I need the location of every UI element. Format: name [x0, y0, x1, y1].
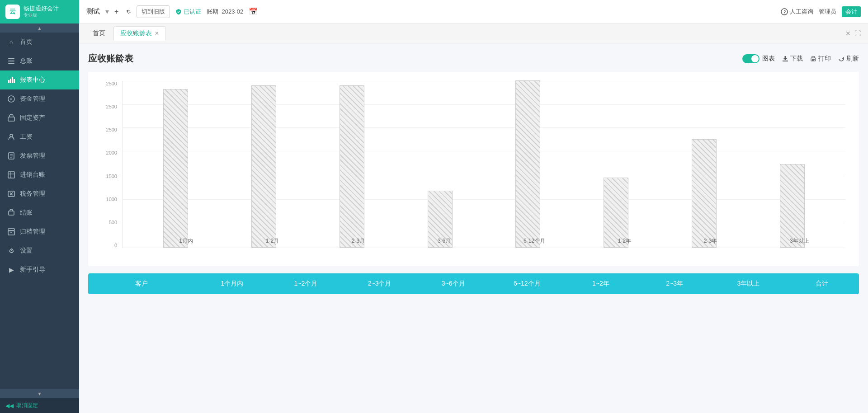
th-total: 合计	[785, 273, 859, 294]
capital-icon: ¥	[7, 95, 15, 103]
logo-text: 畅捷通好会计 专业版	[24, 5, 59, 19]
sidebar-item-label: 首页	[20, 38, 33, 46]
svg-rect-3	[8, 80, 9, 83]
period-label: 账期 2023-02	[207, 8, 243, 16]
tab-home-label: 首页	[93, 29, 105, 38]
sidebar-item-invoice[interactable]: 发票管理	[0, 146, 79, 165]
y-label-2500-2: 2500	[106, 104, 117, 109]
unpin-icon: ◀◀	[5, 403, 14, 409]
unpin-button[interactable]: ◀◀ 取消固定	[0, 398, 79, 413]
tax-icon	[7, 190, 15, 198]
tab-aging[interactable]: 应收账龄表 ✕	[113, 26, 166, 41]
logo-name: 畅捷通好会计	[24, 5, 59, 13]
svg-point-26	[784, 14, 784, 14]
sidebar-item-fixed[interactable]: 固定资产	[0, 108, 79, 127]
print-button[interactable]: 打印	[810, 55, 831, 63]
report-header: 应收账龄表 图表 下载 打印 刷新	[88, 52, 859, 65]
add-workspace-button[interactable]: +	[114, 8, 118, 16]
th-3year-plus: 3年以上	[712, 273, 785, 294]
topbar-right: 人工咨询 管理员 会计	[781, 6, 861, 17]
sidebar-item-label: 新手引导	[20, 266, 45, 274]
bar-group-2	[251, 85, 276, 248]
tab-close-window-icon[interactable]: ✕	[845, 30, 851, 37]
print-label: 打印	[818, 55, 831, 63]
y-label-2500-3: 2500	[106, 127, 117, 132]
sidebar-scroll-up[interactable]: ▲	[0, 23, 79, 33]
th-6-12month: 6~12个月	[490, 273, 564, 294]
y-label-2000: 2000	[106, 150, 117, 155]
sidebar-item-settings[interactable]: ⚙ 设置	[0, 241, 79, 260]
cert-status: 已认证	[175, 8, 201, 16]
svg-rect-2	[8, 63, 14, 64]
cert-label: 已认证	[184, 8, 201, 16]
workspace-chevron[interactable]: ▾	[105, 7, 109, 16]
bar-group-7	[692, 139, 717, 248]
sidebar-item-trade[interactable]: 进销台账	[0, 165, 79, 184]
sidebar-item-capital[interactable]: ¥ 资金管理	[0, 89, 79, 108]
svg-text:¥: ¥	[9, 97, 13, 102]
x-label-5: 6-12个月	[524, 237, 545, 245]
trade-icon	[7, 171, 15, 179]
th-customer: 客户	[88, 273, 195, 294]
report-actions: 图表 下载 打印 刷新	[742, 54, 859, 63]
svg-rect-9	[8, 117, 14, 121]
th-2-3month: 2~3个月	[343, 273, 416, 294]
switch-old-version-button[interactable]: 切到旧版	[137, 5, 170, 18]
sidebar-item-ledger[interactable]: 总账	[0, 52, 79, 70]
sidebar-scroll-down[interactable]: ▼	[0, 389, 79, 398]
sidebar-item-guide[interactable]: ▶ 新手引导	[0, 260, 79, 279]
sidebar-item-label: 税务管理	[20, 190, 45, 198]
download-button[interactable]: 下载	[782, 55, 803, 63]
th-2-3year: 2~3年	[638, 273, 712, 294]
sidebar-item-label: 归档管理	[20, 228, 45, 236]
refresh-button[interactable]: 刷新	[838, 55, 859, 63]
report-title: 应收账龄表	[88, 52, 133, 65]
sidebar-item-salary[interactable]: 工资	[0, 127, 79, 146]
role-badge[interactable]: 会计	[842, 6, 861, 17]
tabs-bar: 首页 应收账龄表 ✕ ✕ ⛶	[79, 23, 868, 43]
sidebar-item-tax[interactable]: 税务管理	[0, 184, 79, 203]
calendar-icon[interactable]: 📅	[249, 7, 258, 16]
sidebar-item-home[interactable]: ⌂ 首页	[0, 33, 79, 52]
tab-close-icon[interactable]: ✕	[155, 30, 159, 37]
bar-2-3month	[340, 85, 364, 248]
workspace-title: 测试	[86, 7, 100, 16]
sidebar-nav: ⌂ 首页 总账 报表中心 ¥ 资金管	[0, 33, 79, 389]
tab-expand-icon[interactable]: ⛶	[854, 30, 861, 37]
main-area: 测试 ▾ + 切到旧版 已认证 账期 2023-02 📅 人工咨询 管理员 会计	[79, 0, 868, 413]
svg-rect-0	[8, 58, 14, 59]
consult-button[interactable]: 人工咨询	[781, 8, 813, 16]
x-label-1: 1月内	[179, 237, 193, 245]
y-label-500: 500	[109, 220, 117, 225]
salary-icon	[7, 133, 15, 141]
svg-rect-1	[8, 61, 14, 61]
archive-icon	[7, 228, 15, 236]
workspace-settings-icon[interactable]	[124, 7, 131, 16]
table-header: 客户 1个月内 1~2个月 2~3个月 3~6个月 6~12个月 1~2年 2~…	[88, 273, 859, 294]
invoice-icon	[7, 152, 15, 160]
tab-home[interactable]: 首页	[86, 27, 112, 40]
close-account-icon	[7, 209, 15, 217]
guide-icon: ▶	[7, 266, 15, 274]
sidebar-item-archive[interactable]: 归档管理	[0, 222, 79, 241]
tab-window-icons: ✕ ⛶	[845, 30, 861, 37]
chart-plot: 1月内 1-2月 2-3月 3-6月 6-12个月 1-2年 2-3年 3年以上	[122, 81, 845, 248]
x-label-3: 2-3月	[352, 237, 365, 245]
manager-label[interactable]: 管理员	[819, 8, 836, 16]
svg-point-10	[10, 134, 13, 137]
svg-rect-22	[8, 229, 14, 230]
chart-toggle[interactable]	[742, 54, 760, 63]
th-1month: 1个月内	[195, 273, 269, 294]
settings-icon: ⚙	[7, 247, 15, 255]
logo-icon: 云	[5, 5, 20, 19]
th-3-6month: 3~6个月	[416, 273, 490, 294]
sidebar-item-label: 结账	[20, 209, 33, 217]
report-icon	[7, 76, 15, 84]
sidebar-item-label: 发票管理	[20, 152, 45, 160]
sidebar-item-label: 固定资产	[20, 114, 45, 122]
sidebar: 云 畅捷通好会计 专业版 ▲ ⌂ 首页 总账 报表中心	[0, 0, 79, 413]
svg-rect-29	[812, 60, 814, 61]
sidebar-item-close[interactable]: 结账	[0, 203, 79, 222]
consult-label: 人工咨询	[790, 8, 813, 16]
sidebar-item-report[interactable]: 报表中心	[0, 70, 79, 89]
